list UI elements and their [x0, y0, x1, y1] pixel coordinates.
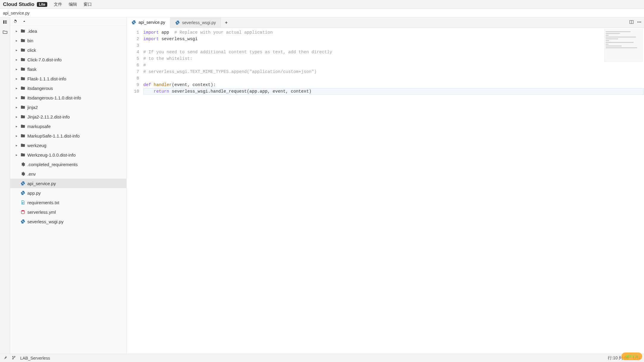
code-line-6[interactable]: #: [143, 62, 644, 68]
chevron-right-icon[interactable]: ▸: [15, 134, 18, 138]
git-branch-icon[interactable]: [12, 355, 16, 361]
folder-icon: [20, 124, 26, 129]
folder-row-flask-1-1-1-dist-info[interactable]: ▸Flask-1.1.1.dist-info: [10, 74, 126, 83]
statusbar: LAB_Serverless 行:10 列:66 UTF: [0, 354, 644, 362]
explorer-icon[interactable]: [2, 19, 8, 25]
tab-severless-wsgi-py[interactable]: severless_wsgi.py: [170, 17, 221, 28]
file-row-requirements-txt[interactable]: requirements.txt: [10, 198, 126, 207]
tree-item-label: serverless.yml: [27, 210, 56, 215]
folder-icon: [20, 85, 26, 91]
menu-file[interactable]: 文件: [54, 2, 62, 7]
code-line-8[interactable]: [143, 75, 644, 82]
folder-icon: [20, 47, 26, 53]
folder-row--idea[interactable]: ▸.idea: [10, 26, 126, 36]
chevron-right-icon[interactable]: ▸: [15, 39, 18, 43]
folder-row-werkzeug-1-0-0-dist-info[interactable]: ▸Werkzeug-1.0.0.dist-info: [10, 150, 126, 160]
file-row-api-service-py[interactable]: api_service.py: [10, 179, 126, 188]
status-workspace[interactable]: LAB_Serverless: [20, 356, 50, 361]
code-line-2[interactable]: import severless_wsgi: [143, 36, 644, 42]
folder-icon: [20, 28, 26, 34]
folder-row-jinja2[interactable]: ▸jinja2: [10, 102, 126, 112]
code-line-3[interactable]: [143, 42, 644, 49]
file-row--env[interactable]: .env: [10, 169, 126, 179]
file-row-severless-wsgi-py[interactable]: severless_wsgi.py: [10, 217, 126, 226]
folder-row-bin[interactable]: ▸bin: [10, 36, 126, 45]
chevron-right-icon[interactable]: ▸: [15, 153, 18, 157]
chevron-right-icon[interactable]: ▸: [15, 115, 18, 119]
tree-item-label: .env: [27, 171, 36, 177]
tab-api-service-py[interactable]: api_service.py: [127, 17, 170, 28]
tabbar: api_service.pyseverless_wsgi.py: [127, 17, 644, 28]
menu-window[interactable]: 窗口: [84, 2, 92, 7]
folder-icon: [20, 133, 26, 138]
chevron-right-icon[interactable]: ▸: [15, 143, 18, 147]
brand: Cloud Studio Lite: [3, 1, 47, 7]
py-icon: [20, 181, 26, 186]
folder-icon: [20, 38, 26, 43]
code-line-9[interactable]: def handler(event, context):: [143, 82, 644, 88]
file-row--completed-requirements[interactable]: .completed_requirements: [10, 160, 126, 169]
chevron-right-icon[interactable]: ▸: [15, 96, 18, 100]
minimap[interactable]: [604, 29, 643, 62]
file-row-app-py[interactable]: app.py: [10, 188, 126, 198]
folder-row-markupsafe[interactable]: ▸markupsafe: [10, 121, 126, 131]
folder-icon: [20, 57, 26, 62]
folder-row-werkzeug[interactable]: ▸werkzeug: [10, 141, 126, 150]
folder-row-flask[interactable]: ▸flask: [10, 64, 126, 74]
editor-area: api_service.pyseverless_wsgi.py 12345678…: [127, 17, 644, 354]
chevron-right-icon[interactable]: ▸: [15, 77, 18, 81]
code-editor[interactable]: 12345678910 import app # Replace with yo…: [127, 28, 644, 354]
python-file-icon: [131, 20, 136, 25]
chevron-right-icon[interactable]: ▸: [15, 86, 18, 90]
chevron-right-icon[interactable]: ▸: [15, 48, 18, 52]
code-line-4[interactable]: # If you need to send additional content…: [143, 49, 644, 55]
tree-item-label: werkzeug: [27, 143, 46, 148]
remote-pin-icon[interactable]: [3, 355, 7, 361]
tree-item-label: bin: [27, 38, 33, 43]
folder-row-jinja2-2-11-2-dist-info[interactable]: ▸Jinja2-2.11.2.dist-info: [10, 112, 126, 121]
folder-icon: [20, 66, 26, 72]
code-line-1[interactable]: import app # Replace with your actual ap…: [143, 29, 644, 36]
folder-icon: [20, 104, 26, 110]
folder-icon: [20, 95, 26, 100]
folder-icon: [20, 152, 26, 157]
chevron-right-icon[interactable]: ▸: [15, 67, 18, 71]
tree-item-label: .completed_requirements: [27, 162, 78, 167]
tree-item-label: app.py: [27, 191, 41, 196]
tree-item-label: severless_wsgi.py: [27, 219, 64, 224]
tree-item-label: requirements.txt: [27, 200, 59, 205]
tree-item-label: MarkupSafe-1.1.1.dist-info: [27, 133, 80, 138]
tabbar-actions: [629, 17, 644, 28]
folder-row-itsdangerous-1-1-0-dist-info[interactable]: ▸itsdangerous-1.1.0.dist-info: [10, 93, 126, 102]
tree-item-label: click: [27, 48, 36, 53]
chevron-right-icon[interactable]: ▸: [15, 58, 18, 62]
refresh-icon[interactable]: [12, 19, 18, 24]
brand-badge: Lite: [37, 2, 47, 7]
chevron-right-icon[interactable]: ▸: [15, 105, 18, 109]
code-content[interactable]: import app # Replace with your actual ap…: [143, 28, 644, 354]
file-row-serverless-yml[interactable]: serverless.yml: [10, 207, 126, 217]
folder-row-click-7-0-dist-info[interactable]: ▸Click-7.0.dist-info: [10, 55, 126, 64]
folder-row-itsdangerous[interactable]: ▸itsdangerous: [10, 83, 126, 93]
folder-icon: [20, 114, 26, 119]
chevron-right-icon[interactable]: ▸: [15, 124, 18, 128]
folder-row-click[interactable]: ▸click: [10, 45, 126, 55]
folder-outline-icon[interactable]: [2, 29, 8, 35]
code-line-5[interactable]: # to the whitelist:: [143, 55, 644, 62]
code-line-10[interactable]: return severless_wsgi.handle_request(app…: [143, 88, 644, 95]
status-cursor[interactable]: 行:10 列:66: [608, 355, 629, 361]
collapse-icon[interactable]: [21, 19, 27, 24]
code-line-7[interactable]: # serverless_wsgi.TEXT_MIME_TYPES.append…: [143, 68, 644, 75]
tree-item-label: api_service.py: [27, 181, 56, 186]
menu-edit[interactable]: 编辑: [69, 2, 77, 7]
file-tree[interactable]: ▸.idea▸bin▸click▸Click-7.0.dist-info▸fla…: [10, 26, 126, 354]
tree-item-label: Flask-1.1.1.dist-info: [27, 76, 66, 81]
breadcrumb[interactable]: api_service.py: [3, 11, 30, 15]
split-editor-icon[interactable]: [629, 20, 634, 25]
chevron-right-icon[interactable]: ▸: [15, 29, 18, 33]
more-actions-icon[interactable]: [637, 20, 642, 25]
folder-row-markupsafe-1-1-1-dist-info[interactable]: ▸MarkupSafe-1.1.1.dist-info: [10, 131, 126, 141]
status-encoding[interactable]: UTF: [633, 356, 641, 361]
activity-bar: [0, 17, 10, 354]
new-tab-button[interactable]: [221, 17, 232, 28]
